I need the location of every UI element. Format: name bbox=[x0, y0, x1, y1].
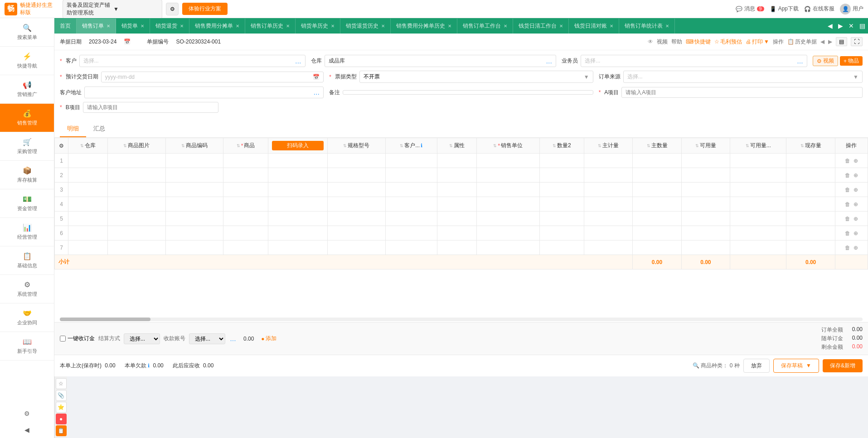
message-btn[interactable]: 💬 消息 9 bbox=[736, 5, 764, 13]
address-dots-btn[interactable]: … bbox=[313, 89, 320, 96]
right-panel-star[interactable]: ☆ bbox=[56, 378, 67, 389]
user-menu[interactable]: 👤 用户 bbox=[840, 4, 863, 14]
tab-next-btn[interactable]: ▶ bbox=[835, 22, 846, 29]
sidebar-item-inventory[interactable]: 📦 库存核算 bbox=[0, 161, 54, 189]
tab-return-history[interactable]: 销货退货历史 ✕ bbox=[340, 19, 391, 34]
account-select[interactable]: 选择... bbox=[189, 333, 225, 344]
tab-close-10[interactable]: ✕ bbox=[559, 24, 563, 29]
tab-close-3[interactable]: ✕ bbox=[180, 24, 184, 29]
sidebar-item-search[interactable]: 🔍 搜索菜单 bbox=[0, 18, 54, 47]
row-delete-btn[interactable]: 🗑 bbox=[845, 201, 850, 207]
prev-record-btn[interactable]: ◀ bbox=[820, 39, 824, 45]
add-goods-btn[interactable]: + 物品 bbox=[840, 56, 863, 66]
tab-close-all-btn[interactable]: ✕ bbox=[846, 22, 857, 29]
fullscreen-btn[interactable]: ⛶ bbox=[851, 37, 863, 46]
customer-dots-btn[interactable]: … bbox=[295, 58, 301, 65]
tab-close-11[interactable]: ✕ bbox=[610, 24, 613, 29]
sidebar-item-sales[interactable]: 💰 销售管理 bbox=[0, 104, 54, 132]
sidebar-settings-btn[interactable]: ⚙ bbox=[0, 405, 54, 422]
a-project-input[interactable] bbox=[621, 87, 863, 98]
scan-header-btn[interactable]: 扫码录入 bbox=[272, 141, 324, 150]
save-draft-btn[interactable]: 保存草稿 ▼ bbox=[773, 359, 819, 373]
settlement-select[interactable]: 选择... bbox=[124, 333, 160, 344]
row-delete-btn[interactable]: 🗑 bbox=[845, 172, 850, 178]
print-btn[interactable]: 🖨 打印 ▼ bbox=[746, 38, 769, 46]
sidebar-item-system[interactable]: ⚙ 系统管理 bbox=[0, 275, 54, 303]
sidebar-item-quicknav[interactable]: ⚡ 快捷导航 bbox=[0, 47, 54, 75]
sidebar-item-marketing[interactable]: 📢 营销推广 bbox=[0, 75, 54, 104]
system-selector[interactable]: 装备及固定资产辅助管理系统 ▼ bbox=[63, 0, 162, 19]
tab-close-sales-order[interactable]: ✕ bbox=[107, 24, 110, 29]
shortcut-btn[interactable]: ⌨ 快捷键 bbox=[686, 38, 711, 46]
tab-close-7[interactable]: ✕ bbox=[381, 24, 385, 29]
th-settings[interactable]: ⚙ bbox=[55, 138, 68, 154]
tab-menu-btn[interactable]: ▤ bbox=[857, 22, 868, 29]
tab-close-6[interactable]: ✕ bbox=[331, 24, 335, 29]
tab-sales-expense[interactable]: 销售费用分摊单 ✕ bbox=[189, 19, 245, 34]
sidebar-item-operations[interactable]: 📊 经营管理 bbox=[0, 218, 54, 246]
tab-close-12[interactable]: ✕ bbox=[665, 24, 669, 29]
add-row-btn[interactable]: ● 添加 bbox=[261, 335, 276, 342]
row-copy-btn[interactable]: ⊕ bbox=[853, 158, 858, 164]
app-download-btn[interactable]: 📱 App下载 bbox=[770, 5, 799, 13]
operate-btn[interactable]: 操作 bbox=[773, 38, 784, 46]
sidebar-item-purchase[interactable]: 🛒 采购管理 bbox=[0, 132, 54, 161]
history-btn[interactable]: 📋 历史单据 bbox=[787, 38, 817, 46]
staff-dots-btn[interactable]: … bbox=[797, 58, 803, 65]
right-panel-clip[interactable]: 📎 bbox=[56, 390, 67, 401]
tab-sales-order[interactable]: 销售订单 ✕ bbox=[77, 19, 116, 34]
warehouse-dots-btn[interactable]: … bbox=[546, 58, 552, 65]
tab-sales-return[interactable]: 销货退货 ✕ bbox=[150, 19, 189, 34]
staff-input[interactable]: 选择... bbox=[585, 57, 796, 65]
tab-detail[interactable]: 明细 bbox=[60, 121, 86, 137]
right-panel-doc[interactable]: 📋 bbox=[56, 425, 67, 436]
col-setting-btn[interactable]: ⚙ 视频 bbox=[813, 56, 838, 66]
online-service-btn[interactable]: 🎧 在线客服 bbox=[804, 5, 834, 13]
account-dots-btn[interactable]: … bbox=[230, 335, 236, 342]
row-copy-btn[interactable]: ⊕ bbox=[853, 230, 858, 236]
tab-sales-stats[interactable]: 销售订单统计表 ✕ bbox=[619, 19, 675, 34]
settings-icon[interactable]: ⚙ bbox=[166, 3, 179, 15]
right-panel-fav[interactable]: ⭐ bbox=[56, 402, 67, 413]
industry-btn[interactable]: 体验行业方案 bbox=[182, 3, 228, 15]
row-copy-btn[interactable]: ⊕ bbox=[853, 172, 858, 178]
row-copy-btn[interactable]: ⊕ bbox=[853, 216, 858, 222]
delivery-date-icon[interactable]: 📅 bbox=[313, 74, 320, 80]
tab-close-9[interactable]: ✕ bbox=[504, 24, 507, 29]
customer-input[interactable]: 选择... bbox=[83, 57, 294, 65]
calendar-icon[interactable]: 📅 bbox=[124, 39, 131, 45]
row-copy-btn[interactable]: ⊕ bbox=[853, 245, 858, 251]
help-btn[interactable]: 帮助 bbox=[671, 38, 682, 46]
view-btn[interactable]: 视频 bbox=[657, 38, 668, 46]
delivery-date-input[interactable]: yyyy-mm-dd bbox=[105, 74, 313, 80]
row-delete-btn[interactable]: 🗑 bbox=[845, 230, 850, 236]
chevron-down-icon[interactable]: ▼ bbox=[806, 362, 811, 369]
tab-sales-history[interactable]: 销售订单历史 ✕ bbox=[245, 19, 296, 34]
col-settings-icon[interactable]: ⚙ bbox=[59, 143, 64, 149]
tab-cash-workbench[interactable]: 钱货日清工作台 ✕ bbox=[513, 19, 569, 34]
row-delete-btn[interactable]: 🗑 bbox=[845, 245, 850, 251]
b-project-input[interactable] bbox=[83, 102, 218, 113]
tab-expense-history[interactable]: 销售费用分摊单历史 ✕ bbox=[391, 19, 457, 34]
tab-invoice-history[interactable]: 销货单历史 ✕ bbox=[296, 19, 340, 34]
next-record-btn[interactable]: ▶ bbox=[828, 39, 832, 45]
row-delete-btn[interactable]: 🗑 bbox=[845, 187, 850, 193]
tab-summary[interactable]: 汇总 bbox=[86, 121, 112, 137]
sidebar-item-finance[interactable]: 💵 资金管理 bbox=[0, 189, 54, 218]
ticket-type-select[interactable]: 不开票 ▼ bbox=[359, 71, 593, 83]
sidebar-item-collab[interactable]: 🤝 企业协同 bbox=[0, 303, 54, 332]
tab-sales-invoice[interactable]: 销货单 ✕ bbox=[116, 19, 150, 34]
profit-btn[interactable]: ☆ 毛利预估 bbox=[714, 38, 742, 46]
sidebar-collapse-btn[interactable]: ◀ bbox=[0, 422, 54, 438]
tab-prev-btn[interactable]: ◀ bbox=[825, 22, 835, 29]
table-scrollbar[interactable] bbox=[60, 318, 863, 321]
quick-checkout-checkbox[interactable]: 一键收订金 bbox=[60, 335, 95, 342]
row-delete-btn[interactable]: 🗑 bbox=[845, 158, 850, 164]
tab-close-5[interactable]: ✕ bbox=[286, 24, 290, 29]
tab-home[interactable]: 首页 bbox=[54, 19, 77, 34]
tab-workbench[interactable]: 销售订单工作台 ✕ bbox=[457, 19, 513, 34]
order-source-select[interactable]: 选择... ▼ bbox=[623, 71, 863, 83]
sidebar-item-basics[interactable]: 📋 基础信息 bbox=[0, 246, 54, 275]
sidebar-item-guide[interactable]: 📖 新手引导 bbox=[0, 332, 54, 361]
row-copy-btn[interactable]: ⊕ bbox=[853, 187, 858, 193]
